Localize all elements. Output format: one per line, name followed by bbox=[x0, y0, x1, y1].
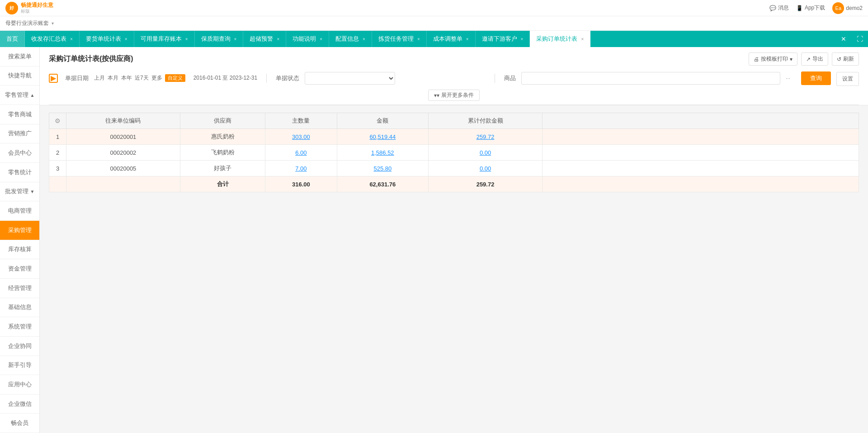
tab-yaohuo[interactable]: 要货单统计表 × bbox=[80, 31, 134, 47]
expand-filter-btn[interactable]: ▶ bbox=[49, 74, 58, 83]
status-select[interactable] bbox=[305, 72, 395, 85]
row-paid[interactable]: 259.72 bbox=[429, 129, 542, 145]
data-table: ⚙ 往来单位编码 供应商 主数量 金额 累计付款金额 1 00020001 bbox=[49, 113, 859, 192]
status-select-wrapper bbox=[305, 72, 486, 85]
query-button[interactable]: 查询 bbox=[801, 71, 831, 85]
expand-more-btn[interactable]: ▾▾ 展开更多条件 bbox=[428, 90, 480, 101]
logo-area: 好 畅捷通好生意 标版 bbox=[5, 2, 53, 14]
sidebar-item-appcenter[interactable]: 应用中心 bbox=[0, 375, 39, 395]
row-amount[interactable]: 525.80 bbox=[337, 161, 429, 176]
sidebar-item-finance[interactable]: 资金管理 bbox=[0, 259, 39, 279]
tab-close-icon[interactable]: × bbox=[125, 37, 127, 42]
sidebar-item-quicknav[interactable]: 快捷导航 bbox=[0, 67, 39, 86]
tab-chengben[interactable]: 成本调整单 × bbox=[427, 31, 476, 47]
th-amount: 金额 bbox=[337, 113, 429, 129]
th-supplier: 供应商 bbox=[180, 113, 265, 129]
tab-yaoqing[interactable]: 邀请下游客户 × bbox=[476, 31, 530, 47]
sidebar-item-search[interactable]: 搜索菜单 bbox=[0, 47, 39, 67]
tab-chaochu[interactable]: 超储预警 × bbox=[243, 31, 286, 47]
tab-peizhi[interactable]: 配置信息 × bbox=[329, 31, 372, 47]
tab-close-icon[interactable]: × bbox=[185, 37, 188, 42]
row-qty[interactable]: 6.00 bbox=[265, 145, 337, 161]
sidebar-item-wechat[interactable]: 企业微信 bbox=[0, 395, 39, 414]
goods-input[interactable] bbox=[521, 72, 780, 85]
sidebar-item-operations[interactable]: 经营管理 bbox=[0, 279, 39, 298]
tab-close-icon[interactable]: × bbox=[581, 37, 584, 42]
custom-date-badge[interactable]: 自定义 bbox=[165, 74, 185, 82]
date-label: 单据日期 bbox=[65, 74, 89, 82]
tab-close-icon[interactable]: × bbox=[521, 37, 524, 42]
sidebar-item-member2[interactable]: 畅会员 bbox=[0, 414, 39, 433]
sidebar-item-inventory[interactable]: 库存核算 bbox=[0, 240, 39, 260]
shortcut-more[interactable]: 更多 bbox=[151, 74, 162, 82]
tab-close-icon[interactable]: × bbox=[320, 37, 322, 42]
filter-separator bbox=[266, 74, 267, 83]
shortcut-last-month[interactable]: 上月 bbox=[94, 74, 105, 82]
chevron-down-icon: ▲ bbox=[30, 93, 35, 98]
row-amount[interactable]: 60,519.44 bbox=[337, 129, 429, 145]
shortcut-this-year[interactable]: 本年 bbox=[121, 74, 132, 82]
message-btn[interactable]: 💬 消息 bbox=[769, 4, 789, 12]
sidebar-item-wholesale[interactable]: 批发管理 ▼ bbox=[0, 182, 39, 202]
avatar: Ea bbox=[832, 2, 844, 14]
workspace-dropdown-arrow: ▾ bbox=[52, 21, 54, 26]
row-qty[interactable]: 7.00 bbox=[265, 161, 337, 176]
sidebar-item-retail-stats[interactable]: 零售统计 bbox=[0, 163, 39, 182]
row-paid[interactable]: 0.00 bbox=[429, 161, 542, 176]
export-button[interactable]: ↗ 导出 bbox=[801, 52, 828, 66]
tab-close-icon[interactable]: × bbox=[70, 37, 73, 42]
th-extra bbox=[542, 113, 859, 129]
workspace-selector[interactable]: 母婴行业演示账套 ▾ bbox=[5, 19, 54, 27]
export-icon: ↗ bbox=[806, 56, 811, 62]
tab-jianhuo[interactable]: 拣货任务管理 × bbox=[372, 31, 427, 47]
footer-paid: 259.72 bbox=[429, 176, 542, 192]
footer-qty: 316.00 bbox=[265, 176, 337, 192]
app-download-btn[interactable]: 📱 App下载 bbox=[796, 4, 825, 12]
sidebar-item-member[interactable]: 会员中心 bbox=[0, 143, 39, 163]
template-print-button[interactable]: 🖨 按模板打印 ▾ bbox=[749, 52, 797, 66]
tab-close-icon[interactable]: × bbox=[417, 37, 420, 42]
refresh-button[interactable]: ↺ 刷新 bbox=[832, 52, 859, 66]
sidebar-item-retail-mgmt[interactable]: 零售管理 ▲ bbox=[0, 86, 39, 105]
sidebar-item-enterprise[interactable]: 企业协同 bbox=[0, 337, 39, 356]
sidebar-item-purchase[interactable]: 采购管理 bbox=[0, 221, 39, 240]
tab-gongneng[interactable]: 功能说明 × bbox=[286, 31, 329, 47]
sidebar-item-marketing[interactable]: 营销推广 bbox=[0, 124, 39, 144]
tab-keyongliang[interactable]: 可用量库存账本 × bbox=[134, 31, 195, 47]
tab-close-icon[interactable]: × bbox=[277, 37, 279, 42]
tab-close-icon[interactable]: × bbox=[466, 37, 469, 42]
table-row: 2 00020002 飞鹤奶粉 6.00 1,586.52 0.00 bbox=[49, 145, 859, 161]
row-seq: 2 bbox=[49, 145, 66, 161]
top-bar-left: 好 畅捷通好生意 标版 bbox=[5, 2, 53, 14]
settings-button[interactable]: 设置 bbox=[836, 72, 859, 86]
tab-close-icon[interactable]: × bbox=[234, 37, 237, 42]
page-title: 采购订单统计表(按供应商) bbox=[49, 54, 133, 64]
sidebar-item-retail-shop[interactable]: 零售商城 bbox=[0, 105, 39, 124]
tab-baozhi[interactable]: 保质期查询 × bbox=[195, 31, 244, 47]
tab-shoufacun[interactable]: 收发存汇总表 × bbox=[25, 31, 80, 47]
sidebar-item-ecommerce[interactable]: 电商管理 bbox=[0, 201, 39, 221]
workspace-label: 母婴行业演示账套 bbox=[5, 19, 49, 27]
shortcut-7days[interactable]: 近7天 bbox=[135, 74, 149, 82]
sidebar-item-basic-info[interactable]: 基础信息 bbox=[0, 298, 39, 318]
row-amount[interactable]: 1,586.52 bbox=[337, 145, 429, 161]
th-paid: 累计付款金额 bbox=[429, 113, 542, 129]
tab-caigou-active[interactable]: 采购订单统计表 × bbox=[530, 31, 590, 47]
gear-icon[interactable]: ⚙ bbox=[55, 117, 61, 124]
sidebar-item-newbie[interactable]: 新手引导 bbox=[0, 356, 39, 376]
row-qty[interactable]: 303.00 bbox=[265, 129, 337, 145]
user-info[interactable]: Ea demo2 bbox=[832, 2, 863, 14]
row-seq: 3 bbox=[49, 161, 66, 176]
nav-fullscreen-btn[interactable]: ⛶ bbox=[852, 31, 868, 47]
tab-home[interactable]: 首页 bbox=[0, 31, 25, 47]
goods-more-btn[interactable]: ··· bbox=[786, 75, 790, 81]
th-code: 往来单位编码 bbox=[66, 113, 180, 129]
table-footer-row: 合计 316.00 62,631.76 259.72 bbox=[49, 176, 859, 192]
shortcut-this-month[interactable]: 本月 bbox=[108, 74, 118, 82]
top-bar: 好 畅捷通好生意 标版 💬 消息 📱 App下载 Ea demo2 bbox=[0, 0, 868, 16]
nav-close-btn[interactable]: ✕ bbox=[835, 31, 852, 47]
sidebar: 搜索菜单 快捷导航 零售管理 ▲ 零售商城 营销推广 会员中心 零售统计 批发管… bbox=[0, 47, 40, 433]
sidebar-item-system[interactable]: 系统管理 bbox=[0, 317, 39, 337]
tab-close-icon[interactable]: × bbox=[363, 37, 365, 42]
row-paid[interactable]: 0.00 bbox=[429, 145, 542, 161]
